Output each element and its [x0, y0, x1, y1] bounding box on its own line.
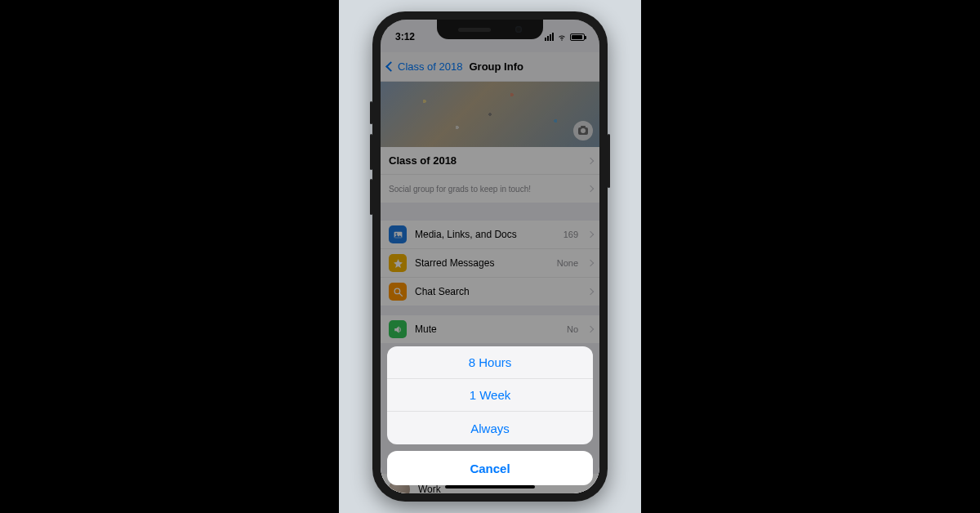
- mute-option-always[interactable]: Always: [387, 412, 593, 444]
- volume-down-button: [370, 179, 372, 215]
- article-stage: 3:12 Class of 2018 Group Info: [339, 0, 641, 513]
- action-sheet-options: 8 Hours 1 Week Always: [387, 346, 593, 444]
- action-sheet: 8 Hours 1 Week Always Cancel: [387, 346, 593, 485]
- volume-up-button: [370, 134, 372, 170]
- mute-option-1-week[interactable]: 1 Week: [387, 379, 593, 412]
- power-button: [608, 134, 610, 188]
- cancel-button[interactable]: Cancel: [387, 451, 593, 485]
- side-button: [370, 101, 372, 124]
- mute-option-8-hours[interactable]: 8 Hours: [387, 346, 593, 379]
- phone-screen: 3:12 Class of 2018 Group Info: [381, 20, 599, 493]
- phone-frame: 3:12 Class of 2018 Group Info: [372, 11, 608, 502]
